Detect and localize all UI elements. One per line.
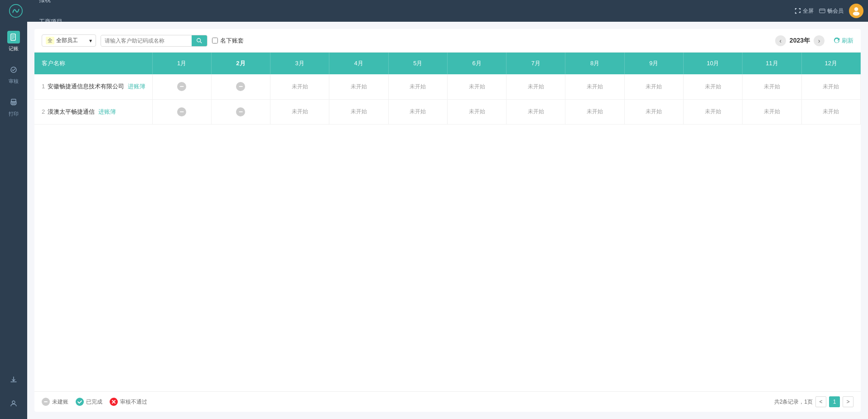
table-footer: 未建账 已完成 审核不通过 共2条记录，1页 < 1: [34, 391, 861, 412]
main-table: 客户名称 1月 2月 3月 4月 5月 6月 7月 8月 9月 10月 11月: [34, 53, 861, 125]
month-cell-7: 未开始: [506, 74, 565, 99]
main-layout: 记账 审核 打印: [0, 22, 868, 419]
refresh-button[interactable]: 刷新: [834, 37, 854, 45]
sidebar-bottom: [7, 369, 20, 414]
top-nav: 首页客户收费票据记账报税工商项目消息管理经营服务设置 全屏 畅会员: [0, 0, 868, 22]
print-icon: [7, 96, 20, 109]
legend-completed: 已完成: [76, 398, 102, 406]
not-started-text: 未开始: [292, 108, 308, 115]
svg-point-2: [854, 7, 858, 11]
search-icon: [196, 38, 203, 44]
legend-rejected: 审核不通过: [110, 398, 147, 406]
current-month-badge: 2月: [234, 57, 247, 70]
row-index: 2: [42, 108, 45, 115]
th-month-3: 3月: [270, 53, 329, 74]
table-body: 1安徽畅捷通信息技术有限公司进账簿−−未开始未开始未开始未开始未开始未开始未开始…: [34, 74, 861, 124]
download-icon: [7, 373, 20, 386]
th-month-11: 11月: [743, 53, 801, 74]
refresh-icon: [834, 38, 840, 44]
not-started-text: 未开始: [351, 108, 367, 115]
sidebar-item-person[interactable]: [7, 393, 20, 414]
table-wrap: 客户名称 1月 2月 3月 4月 5月 6月 7月 8月 9月 10月 11月: [34, 53, 861, 391]
next-page-button[interactable]: >: [843, 396, 854, 407]
not-started-text: 未开始: [587, 83, 603, 90]
not-started-text: 未开始: [705, 83, 721, 90]
sidebar: 记账 审核 打印: [0, 22, 27, 419]
month-cell-5: 未开始: [388, 74, 447, 99]
not-started-icon: −: [177, 107, 186, 116]
toolbar: 全 全部员工 ▾ 名下账套 ‹ 2023年 ›: [34, 29, 861, 53]
month-cell-11: 未开始: [743, 74, 801, 99]
month-cell-2: −: [211, 74, 270, 99]
content-area: 全 全部员工 ▾ 名下账套 ‹ 2023年 ›: [27, 22, 868, 419]
avatar[interactable]: [849, 4, 863, 18]
not-started-icon: −: [177, 82, 186, 91]
month-cell-1: −: [152, 99, 211, 124]
month-cell-10: 未开始: [684, 99, 743, 124]
month-cell-4: 未开始: [329, 99, 388, 124]
fullscreen-button[interactable]: 全屏: [795, 7, 814, 15]
th-month-7: 7月: [506, 53, 565, 74]
table-header-row: 客户名称 1月 2月 3月 4月 5月 6月 7月 8月 9月 10月 11月: [34, 53, 861, 74]
month-cell-8: 未开始: [565, 99, 624, 124]
th-month-8: 8月: [565, 53, 624, 74]
nav-item-报税[interactable]: 报税: [32, 0, 70, 11]
audit-icon: [7, 63, 20, 76]
sidebar-item-download[interactable]: [7, 369, 20, 390]
th-month-5: 5月: [388, 53, 447, 74]
subsidiary-checkbox[interactable]: [212, 38, 218, 43]
month-cell-9: 未开始: [624, 74, 683, 99]
employee-tag: 全: [46, 37, 54, 44]
not-started-text: 未开始: [410, 83, 426, 90]
not-started-text: 未开始: [528, 83, 544, 90]
enter-ledger-link[interactable]: 进账簿: [98, 108, 116, 115]
not-started-text: 未开始: [646, 108, 662, 115]
sidebar-item-ledger[interactable]: 记账: [0, 26, 27, 57]
not-started-text: 未开始: [528, 108, 544, 115]
rejected-label: 审核不通过: [120, 398, 147, 406]
month-cell-9: 未开始: [624, 99, 683, 124]
row-index: 1: [42, 83, 45, 90]
month-cell-5: 未开始: [388, 99, 447, 124]
page-1-button[interactable]: 1: [829, 396, 840, 407]
svg-point-9: [12, 401, 15, 404]
not-started-text: 未开始: [646, 83, 662, 90]
member-button[interactable]: 畅会员: [819, 7, 844, 15]
month-cell-10: 未开始: [684, 74, 743, 99]
ledger-icon: [7, 31, 20, 43]
not-started-text: 未开始: [764, 108, 780, 115]
logo: [5, 4, 27, 18]
client-name-cell: 2漠澳太平畅捷通信进账簿: [34, 99, 152, 124]
month-cell-6: 未开始: [447, 99, 506, 124]
completed-icon: [76, 398, 84, 406]
svg-rect-1: [820, 9, 825, 13]
year-nav: ‹ 2023年 ›: [775, 35, 825, 46]
month-cell-8: 未开始: [565, 74, 624, 99]
month-cell-12: 未开始: [801, 74, 860, 99]
legend-not-built: 未建账: [42, 398, 68, 406]
subsidiary-checkbox-label[interactable]: 名下账套: [212, 37, 244, 45]
month-cell-1: −: [152, 74, 211, 99]
search-input[interactable]: [101, 36, 192, 46]
employee-select[interactable]: 全 全部员工 ▾: [42, 34, 96, 47]
not-started-icon: −: [236, 107, 245, 116]
enter-ledger-link[interactable]: 进账簿: [128, 83, 145, 90]
prev-page-button[interactable]: <: [815, 396, 826, 407]
employee-select-value: 全部员工: [56, 37, 78, 44]
not-started-text: 未开始: [351, 83, 367, 90]
not-started-text: 未开始: [764, 83, 780, 90]
month-cell-3: 未开始: [270, 74, 329, 99]
sidebar-item-print[interactable]: 打印: [0, 92, 27, 122]
not-started-text: 未开始: [292, 83, 308, 90]
month-cell-3: 未开始: [270, 99, 329, 124]
prev-year-button[interactable]: ‹: [775, 35, 786, 46]
month-cell-7: 未开始: [506, 99, 565, 124]
sidebar-item-audit[interactable]: 审核: [0, 59, 27, 89]
not-started-text: 未开始: [469, 108, 485, 115]
not-started-text: 未开始: [705, 108, 721, 115]
not-started-text: 未开始: [410, 108, 426, 115]
table-row: 2漠澳太平畅捷通信进账簿−−未开始未开始未开始未开始未开始未开始未开始未开始未开…: [34, 99, 861, 124]
client-name-cell: 1安徽畅捷通信息技术有限公司进账簿: [34, 74, 152, 99]
next-year-button[interactable]: ›: [814, 35, 825, 46]
search-button[interactable]: [192, 35, 207, 46]
